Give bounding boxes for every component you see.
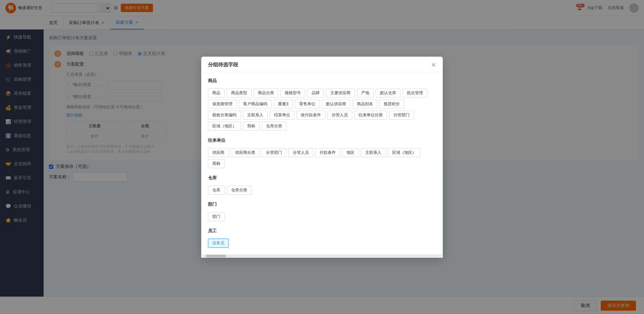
field-tag-region-area[interactable]: 区域（地区） [208,122,241,131]
field-tag-dept-managed[interactable]: 分管部门 [389,111,414,120]
field-tag-retail-unit[interactable]: 零售单位 [295,100,320,109]
field-tag-weight3[interactable]: 重量3 [274,100,293,109]
field-tag-goods-type[interactable]: 商品类型 [227,88,252,98]
section-warehouse-title: 仓库 [208,175,436,182]
field-tag-default-supplier[interactable]: 默认供应商 [322,100,351,109]
field-tag-pick-points[interactable]: 拣货积分 [379,100,404,109]
field-tag-payment-terms[interactable]: 收付款条件 [297,111,325,120]
field-tag-default-warehouse[interactable]: 默认仓库 [376,88,400,98]
field-tag-goods[interactable]: 商品 [208,88,225,98]
field-tag-dept-managed-p[interactable]: 分管部门 [262,148,286,157]
field-tag-dept[interactable]: 部门 [208,212,225,221]
section-goods-title: 商品 [208,78,436,85]
section-dept-title: 部门 [208,201,436,209]
section-dept-tags: 部门 [208,212,436,221]
field-tag-brand[interactable]: 品牌 [307,88,324,98]
field-tag-supplier[interactable]: 供应商 [208,148,229,157]
field-tag-warehouse[interactable]: 仓库 [208,186,225,195]
field-tag-goods-category[interactable]: 商品分类 [254,88,278,98]
field-tag-main-supplier[interactable]: 主要供应商 [326,88,355,98]
field-tag-tax-code[interactable]: 税收分类编码 [208,111,241,120]
field-tag-sales-person[interactable]: 业务员 [208,239,229,248]
section-warehouse-tags: 仓库 仓库分类 [208,186,436,195]
section-warehouse: 仓库 仓库 仓库分类 [208,175,436,195]
field-tag-supplier-category[interactable]: 供应商分类 [231,148,260,157]
modal-title: 分组待选字段 [208,62,238,68]
field-tag-supervisor-p[interactable]: 分管人员 [288,148,313,157]
section-dept: 部门 部门 [208,201,436,221]
section-employee: 员工 业务员 [208,228,436,248]
field-tag-origin[interactable]: 产地 [357,88,374,98]
field-tag-partner-category[interactable]: 往来单位分类 [354,111,387,120]
section-employee-tags: 业务员 [208,239,436,248]
section-partner-title: 往来单位 [208,137,436,145]
field-tag-region-area-p[interactable]: 区域（地区） [388,148,421,157]
modal-horizontal-scrollbar[interactable] [201,254,443,258]
modal-overlay: 分组待选字段 ✕ 商品 商品 商品类型 商品分类 规格型号 品牌 主要供应商 产… [0,0,644,314]
field-tag-batch-mgmt[interactable]: 批次管理 [402,88,427,98]
h-scrollbar-track [203,255,441,257]
field-tag-supervisor[interactable]: 分管人员 [327,111,352,120]
section-partner: 往来单位 供应商 供应商分类 分管部门 分管人员 付款条件 地区 主联系人 区域… [208,137,436,168]
section-goods: 商品 商品 商品类型 商品分类 规格型号 品牌 主要供应商 产地 默认仓库 批次… [208,78,436,131]
modal-header: 分组待选字段 ✕ [201,57,443,72]
section-partner-tags: 供应商 供应商分类 分管部门 分管人员 付款条件 地区 主联系人 区域（地区） … [208,148,436,168]
field-tag-payment-terms-p[interactable]: 付款条件 [315,148,340,157]
field-tag-warehouse-cat[interactable]: 仓库分类 [227,186,252,195]
field-tag-main-contact[interactable]: 主联系人 [243,111,268,120]
field-tag-short-name-p[interactable]: 简称 [208,159,225,168]
section-employee-title: 员工 [208,228,436,235]
field-tag-expiry-mgmt[interactable]: 保质期管理 [208,100,237,109]
field-tag-short-name[interactable]: 简称 [243,122,260,131]
field-tag-contact-p[interactable]: 主联系人 [361,148,386,157]
h-scrollbar-thumb[interactable] [206,255,226,257]
field-tag-warehouse-category[interactable]: 仓库分类 [262,122,286,131]
modal-body[interactable]: 商品 商品 商品类型 商品分类 规格型号 品牌 主要供应商 产地 默认仓库 批次… [201,72,443,254]
modal-dialog: 分组待选字段 ✕ 商品 商品 商品类型 商品分类 规格型号 品牌 主要供应商 产… [201,57,443,258]
section-goods-tags: 商品 商品类型 商品分类 规格型号 品牌 主要供应商 产地 默认仓库 批次管理 … [208,88,436,131]
field-tag-customer-code[interactable]: 客户商品编码 [239,100,272,109]
field-tag-settlement-unit[interactable]: 结算单位 [270,111,294,120]
field-tag-region-p[interactable]: 地区 [342,148,359,157]
modal-close-button[interactable]: ✕ [431,61,436,69]
field-tag-spec-model[interactable]: 规格型号 [280,88,305,98]
field-tag-goods-alias[interactable]: 商品别名 [353,100,377,109]
